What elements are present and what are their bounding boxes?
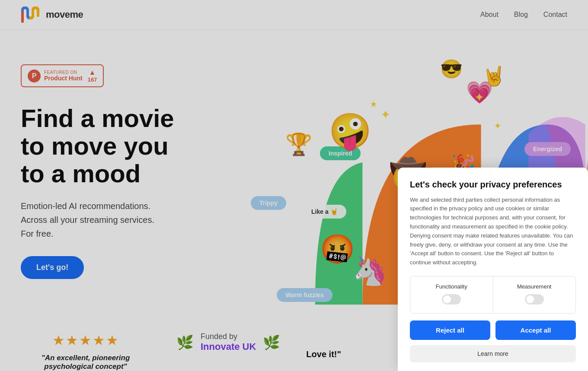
functionality-label: Functionality <box>417 283 486 290</box>
measurement-toggle-cell: Measurement <box>493 276 576 313</box>
learn-more-button[interactable]: Learn more <box>410 345 576 362</box>
cookie-toggles: Functionality Measurement <box>410 276 576 314</box>
measurement-toggle[interactable] <box>525 294 544 304</box>
measurement-label: Measurement <box>500 283 569 290</box>
cookie-body: We and selected third parties collect pe… <box>410 196 576 267</box>
cookie-title: Let's check your privacy preferences <box>410 180 576 190</box>
functionality-toggle-cell: Functionality <box>410 276 493 313</box>
cookie-panel: Let's check your privacy preferences We … <box>398 168 588 371</box>
cookie-action-buttons: Reject all Accept all <box>410 320 576 340</box>
reject-all-button[interactable]: Reject all <box>410 320 490 340</box>
functionality-toggle[interactable] <box>442 294 461 304</box>
accept-all-button[interactable]: Accept all <box>495 320 576 340</box>
